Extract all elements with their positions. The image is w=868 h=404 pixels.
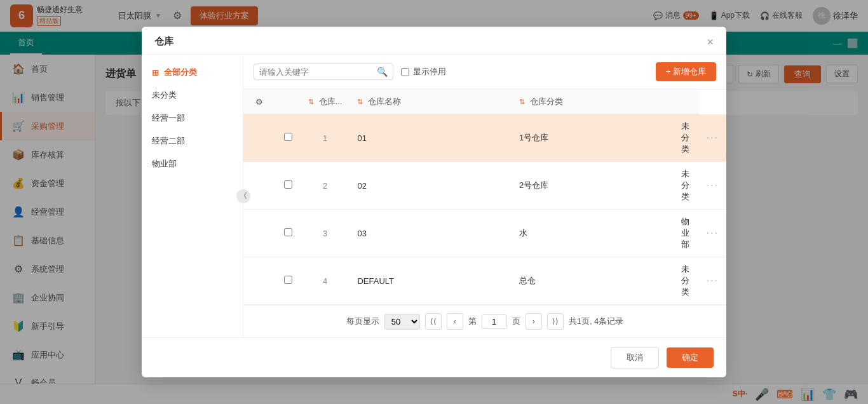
- per-page-label: 每页显示: [346, 316, 379, 327]
- page-suffix: 页: [512, 316, 520, 327]
- category-item-property[interactable]: 物业部: [142, 152, 243, 175]
- show-disabled-checkbox[interactable]: 显示停用: [401, 66, 446, 77]
- sort-icon-cat: ⇅: [519, 98, 525, 105]
- row-num-cell: 4: [301, 257, 349, 305]
- page-label: 第: [468, 316, 477, 327]
- first-page-button[interactable]: ⟨⟨: [425, 313, 442, 330]
- row-name-cell: 水: [512, 210, 674, 257]
- modal-header: 仓库 ×: [142, 27, 726, 55]
- category-label: 物业部: [152, 158, 177, 170]
- sort-icon-name: ⇅: [357, 98, 363, 105]
- prev-page-button[interactable]: ‹: [447, 313, 463, 330]
- col-header-actions: [674, 90, 699, 114]
- col-header-category: ⇅ 仓库分类: [512, 90, 674, 114]
- row-num-cell: 1: [301, 114, 349, 162]
- category-label: 经营一部: [152, 112, 185, 124]
- category-item-ops2[interactable]: 经营二部: [142, 130, 243, 152]
- col-header-settings: ⚙: [243, 90, 275, 114]
- per-page-select[interactable]: 50 10 20 100: [384, 314, 420, 330]
- warehouse-table: ⚙ ⇅ 仓库... ⇅ 仓库名称: [243, 90, 726, 305]
- row-category-cell: 物业部: [674, 210, 699, 257]
- table-row[interactable]: 2 02 2号仓库 未分类 ···: [243, 162, 726, 210]
- row-checkbox-cell[interactable]: [275, 162, 301, 210]
- row-dots-icon[interactable]: ···: [707, 227, 719, 238]
- table-header-row: ⚙ ⇅ 仓库... ⇅ 仓库名称: [243, 90, 726, 114]
- category-label: 经营二部: [152, 135, 185, 147]
- row-category-cell: 未分类: [674, 162, 699, 210]
- warehouse-modal: 仓库 × ⊞ 全部分类 未分类 经营一部 经营二部 物业部 《: [142, 27, 726, 377]
- modal-title: 仓库: [154, 36, 173, 48]
- row-actions-cell: ···: [699, 162, 726, 210]
- table-row[interactable]: 4 DEFAULT 总仓 未分类 ···: [243, 257, 726, 305]
- category-item-unclassified[interactable]: 未分类: [142, 84, 243, 107]
- pagination: 每页显示 50 10 20 100 ⟨⟨ ‹ 第 页 › ⟩⟩ 共1页, 4条记…: [243, 305, 726, 337]
- confirm-button[interactable]: 确定: [667, 347, 714, 368]
- row-settings-cell: [243, 162, 275, 210]
- row-settings-cell: [243, 210, 275, 257]
- page-input[interactable]: [482, 314, 507, 329]
- row-checkbox[interactable]: [284, 133, 292, 141]
- row-settings-cell: [243, 114, 275, 162]
- search-icon[interactable]: 🔍: [377, 67, 388, 77]
- col-header-name: ⇅ 仓库名称: [349, 90, 512, 114]
- next-page-button[interactable]: ›: [526, 313, 542, 330]
- col-header-cb: [275, 90, 301, 114]
- row-code-cell: DEFAULT: [349, 257, 512, 305]
- row-dots-icon[interactable]: ···: [707, 275, 719, 286]
- grid-icon: ⊞: [152, 68, 159, 77]
- category-label: 未分类: [152, 90, 177, 101]
- category-all-label: 全部分类: [164, 67, 197, 78]
- cancel-button[interactable]: 取消: [611, 347, 659, 368]
- category-sidebar: ⊞ 全部分类 未分类 经营一部 经营二部 物业部 《: [142, 55, 243, 337]
- row-name-cell: 总仓: [512, 257, 674, 305]
- row-dots-icon[interactable]: ···: [707, 180, 719, 191]
- row-checkbox[interactable]: [284, 276, 292, 284]
- table-row[interactable]: 1 01 1号仓库 未分类 ···: [243, 114, 726, 162]
- col-header-code: ⇅ 仓库...: [301, 90, 349, 114]
- modal-main: 🔍 显示停用 + 新增仓库 ⚙: [243, 55, 726, 337]
- row-checkbox-cell[interactable]: [275, 114, 301, 162]
- row-actions-cell: ···: [699, 114, 726, 162]
- table-body: 1 01 1号仓库 未分类 ··· 2 02 2号仓库 未分类 ··· 3 03…: [243, 114, 726, 305]
- sort-icon: ⇅: [308, 98, 314, 105]
- last-page-button[interactable]: ⟩⟩: [547, 313, 564, 330]
- table: ⚙ ⇅ 仓库... ⇅ 仓库名称: [243, 90, 726, 305]
- row-actions-cell: ···: [699, 257, 726, 305]
- row-num-cell: 2: [301, 162, 349, 210]
- show-disabled-label: 显示停用: [413, 66, 446, 77]
- row-code-cell: 03: [349, 210, 512, 257]
- add-warehouse-button[interactable]: + 新增仓库: [656, 62, 716, 81]
- search-input[interactable]: [259, 67, 377, 77]
- modal-toolbar: 🔍 显示停用 + 新增仓库: [243, 55, 726, 90]
- row-checkbox-cell[interactable]: [275, 257, 301, 305]
- row-checkbox[interactable]: [284, 180, 292, 189]
- row-category-cell: 未分类: [674, 114, 699, 162]
- row-actions-cell: ···: [699, 210, 726, 257]
- row-name-cell: 2号仓库: [512, 162, 674, 210]
- row-code-cell: 01: [349, 114, 512, 162]
- row-checkbox[interactable]: [284, 228, 292, 236]
- show-disabled-check[interactable]: [401, 68, 409, 76]
- total-label: 共1页, 4条记录: [569, 316, 624, 327]
- row-settings-cell: [243, 257, 275, 305]
- category-all[interactable]: ⊞ 全部分类: [142, 61, 243, 84]
- row-checkbox-cell[interactable]: [275, 210, 301, 257]
- category-item-ops1[interactable]: 经营一部: [142, 107, 243, 130]
- row-name-cell: 1号仓库: [512, 114, 674, 162]
- row-code-cell: 02: [349, 162, 512, 210]
- row-dots-icon[interactable]: ···: [707, 132, 719, 143]
- modal-close-button[interactable]: ×: [707, 36, 714, 48]
- table-row[interactable]: 3 03 水 物业部 ···: [243, 210, 726, 257]
- search-box: 🔍: [254, 64, 393, 80]
- row-category-cell: 未分类: [674, 257, 699, 305]
- modal-body: ⊞ 全部分类 未分类 经营一部 经营二部 物业部 《 🔍: [142, 55, 726, 337]
- modal-footer: 取消 确定: [142, 337, 726, 377]
- row-num-cell: 3: [301, 210, 349, 257]
- category-sidebar-toggle[interactable]: 《: [236, 189, 250, 203]
